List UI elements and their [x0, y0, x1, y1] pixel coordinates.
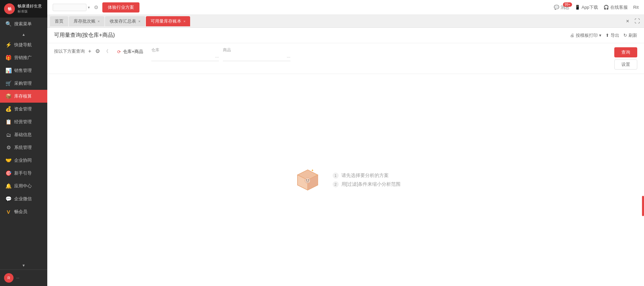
print-btn[interactable]: 🖨 按模板打印 ▾ — [570, 32, 601, 38]
svg-point-5 — [306, 180, 307, 181]
sidebar-item-label: 采购管理 — [14, 80, 32, 86]
sidebar-item-wechat[interactable]: 💬 企业微信 — [0, 192, 47, 205]
empty-svg: ✦ ✦ — [291, 163, 325, 197]
empty-msg-2: 2 用[过滤]条件来缩小分析范围 — [333, 181, 401, 187]
export-btn[interactable]: ⬆ 导出 — [606, 32, 619, 38]
sidebar-item-member[interactable]: V 畅会员 — [0, 205, 47, 218]
scheme-item-warehouse-product[interactable]: ⟳ 仓库+商品 — [114, 47, 146, 56]
sidebar-item-enterprise[interactable]: 🤝 企业协同 — [0, 154, 47, 167]
quick-nav-icon: ⚡ — [5, 42, 11, 48]
search-menu-label: 搜索菜单 — [14, 21, 32, 27]
expand-tab-action[interactable]: ⛶ — [633, 17, 641, 26]
svg-text:✦: ✦ — [311, 168, 314, 172]
filter-field-product: 商品 ··· — [223, 47, 290, 61]
scheme-label: 按以下方案查询 — [54, 48, 85, 54]
app-download-btn[interactable]: 📱 App下载 — [575, 4, 598, 10]
sidebar-user-label: ··· — [16, 276, 19, 280]
settings-btn[interactable]: 设置 — [614, 59, 637, 70]
tab-collect-ledger[interactable]: 收发存汇总表 × — [105, 16, 145, 26]
sidebar-item-label: 新手引导 — [14, 170, 32, 176]
product-dots-btn[interactable]: ··· — [287, 54, 290, 59]
scheme-icon: ⟳ — [117, 49, 121, 54]
msg-text-2: 用[过滤]条件来缩小分析范围 — [341, 181, 401, 187]
sidebar-item-system[interactable]: ⚙ 系统管理 — [0, 141, 47, 154]
add-scheme-btn[interactable]: + — [87, 48, 92, 55]
svg-text:✦: ✦ — [315, 174, 317, 176]
sidebar: 畅 畅康通好生意 标准版 🔍 搜索菜单 ▲ ⚡ 快捷导航 🎁 营销推广 📊 销售… — [0, 0, 47, 286]
app-label: App下载 — [582, 4, 598, 10]
tab-available-ledger-label: 可用量库存账本 — [151, 18, 181, 24]
service-label: 在线客服 — [610, 4, 628, 10]
tab-available-ledger[interactable]: 可用量库存账本 × — [146, 16, 190, 26]
sidebar-item-label: 快捷导航 — [14, 42, 32, 48]
close-tab-action[interactable]: × — [625, 17, 630, 26]
warehouse-input[interactable] — [151, 54, 214, 59]
svg-point-6 — [308, 180, 309, 181]
tab-batch-ledger[interactable]: 库存批次账 × — [69, 16, 104, 26]
sidebar-item-label: 畅会员 — [14, 209, 27, 215]
sidebar-item-operation[interactable]: 📋 经营管理 — [0, 115, 47, 128]
msg-num-2: 2 — [333, 181, 339, 187]
sidebar-item-guide[interactable]: 🎯 新手引导 — [0, 167, 47, 180]
user-info[interactable]: Rit — [633, 5, 639, 10]
warehouse-dots-btn[interactable]: ··· — [215, 54, 219, 59]
refresh-btn[interactable]: ↻ 刷新 — [623, 32, 637, 38]
app-title: 畅康通好生意 — [18, 4, 42, 9]
right-scrollbar[interactable] — [642, 196, 644, 216]
settings-icon[interactable]: ⚙ — [94, 4, 98, 10]
sidebar-item-finance[interactable]: 💰 资金管理 — [0, 103, 47, 115]
tab-home[interactable]: 首页 — [50, 16, 68, 26]
tab-close-batch[interactable]: × — [98, 19, 100, 23]
sidebar-item-app-center[interactable]: 🔔 应用中心 — [0, 180, 47, 192]
tab-close-collect[interactable]: × — [138, 19, 140, 23]
tab-close-available[interactable]: × — [183, 19, 185, 23]
sidebar-header: 畅 畅康通好生意 标准版 — [0, 0, 47, 18]
sidebar-item-inventory[interactable]: 📦 库存核算 — [0, 90, 47, 103]
empty-msg-1: 1 请先选择要分析的方案 — [333, 173, 401, 179]
print-label: 按模板打印 — [576, 32, 598, 38]
marketing-icon: 🎁 — [5, 55, 11, 61]
scroll-down-btn[interactable]: ▼ — [0, 261, 47, 269]
msg-btn[interactable]: 💬 消息 99+ — [554, 4, 569, 10]
search-menu[interactable]: 🔍 搜索菜单 — [0, 18, 47, 30]
finance-icon: 💰 — [5, 106, 11, 112]
purchase-icon: 🛒 — [5, 80, 11, 86]
topbar: ▾ ⚙ 体验行业方案 💬 消息 99+ 📱 App下载 🎧 在线客服 Rit — [47, 0, 644, 15]
warehouse-field-label: 仓库 — [151, 47, 219, 53]
logo-text: 畅 — [8, 6, 11, 11]
refresh-icon: ↻ — [623, 33, 627, 38]
sidebar-item-sales[interactable]: 📊 销售管理 — [0, 64, 47, 77]
sales-icon: 📊 — [5, 68, 11, 74]
service-btn[interactable]: 🎧 在线客服 — [603, 4, 628, 10]
avatar: R — [4, 273, 14, 283]
system-icon: ⚙ — [5, 145, 11, 151]
scheme-settings-btn[interactable]: ⚙ — [95, 47, 101, 55]
product-field-label: 商品 — [223, 47, 290, 53]
product-input[interactable] — [223, 54, 285, 59]
scroll-up-btn[interactable]: ▲ — [0, 30, 47, 38]
sidebar-item-marketing[interactable]: 🎁 营销推广 — [0, 51, 47, 64]
main-content: ▾ ⚙ 体验行业方案 💬 消息 99+ 📱 App下载 🎧 在线客服 Rit — [47, 0, 644, 286]
query-btn[interactable]: 查询 — [614, 47, 637, 57]
sidebar-item-label: 企业微信 — [14, 196, 32, 202]
search-icon: 🔍 — [5, 21, 11, 27]
empty-illustration: ✦ ✦ — [291, 163, 325, 197]
msg-num-1: 1 — [333, 173, 339, 179]
topbar-right: 💬 消息 99+ 📱 App下载 🎧 在线客服 Rit — [554, 4, 639, 10]
page-header: 可用量查询(按仓库+商品) 🖨 按模板打印 ▾ ⬆ 导出 ↻ 刷新 — [47, 28, 644, 43]
chevron-down-icon: ▾ — [599, 33, 601, 38]
sidebar-logo: 畅 — [4, 3, 15, 14]
sidebar-item-purchase[interactable]: 🛒 采购管理 — [0, 77, 47, 90]
msg-text-1: 请先选择要分析的方案 — [341, 173, 389, 179]
industry-btn[interactable]: 体验行业方案 — [102, 2, 139, 12]
sidebar-item-base-info[interactable]: 🗂 基础信息 — [0, 128, 47, 141]
collapse-btn[interactable]: 《 — [103, 48, 109, 55]
sidebar-nav: ⚡ 快捷导航 🎁 营销推广 📊 销售管理 🛒 采购管理 📦 库存核算 💰 资金管… — [0, 38, 47, 261]
filter-field-warehouse: 仓库 ··· — [151, 47, 219, 61]
export-label: 导出 — [611, 32, 619, 38]
sidebar-item-quick-nav[interactable]: ⚡ 快捷导航 — [0, 38, 47, 51]
inventory-icon: 📦 — [5, 93, 11, 99]
print-icon: 🖨 — [570, 33, 574, 38]
filter-scheme-controls: 按以下方案查询 + ⚙ 《 — [54, 47, 109, 55]
breadcrumb-input[interactable] — [53, 4, 86, 11]
